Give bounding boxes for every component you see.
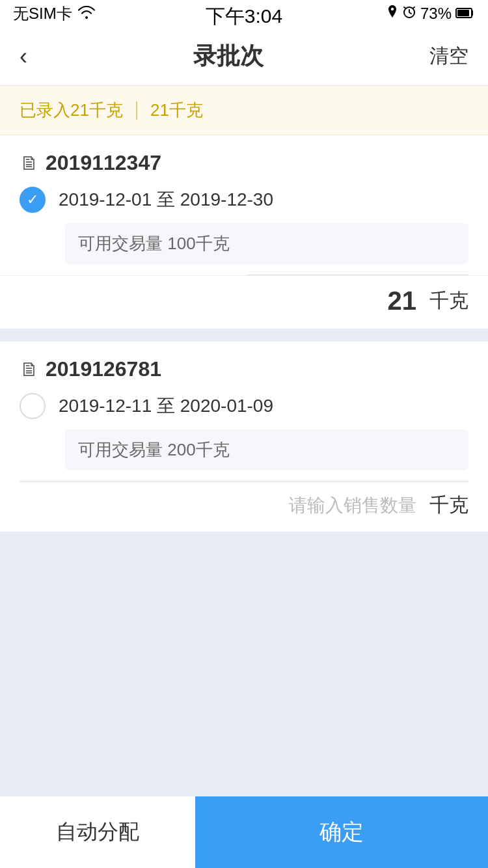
clear-button[interactable]: 清空 [429, 43, 468, 70]
confirm-button[interactable]: 确定 [195, 796, 488, 868]
info-value: 21千克 [150, 99, 203, 122]
batch-id-1: 2019112347 [46, 151, 161, 175]
info-bar: 已录入21千克 21千克 [0, 86, 488, 135]
batch-date-1: 2019-12-01 至 2019-12-30 [59, 187, 273, 212]
batch-available-qty-2: 可用交易量 200千克 [65, 429, 468, 470]
batch-available-qty-1: 可用交易量 100千克 [65, 223, 468, 264]
wifi-icon [77, 5, 96, 23]
qty-placeholder-text-2[interactable]: 请输入销售数量 [289, 493, 416, 518]
qty-input-row-1: 21 千克 [0, 275, 488, 329]
doc-icon-2: 🗎 [20, 359, 39, 381]
radio-2[interactable] [20, 393, 46, 419]
page-title: 录批次 [193, 40, 264, 72]
status-time: 下午3:04 [206, 3, 282, 30]
batch-date-row-2[interactable]: 2019-12-11 至 2020-01-09 [0, 388, 488, 424]
batch-id-2: 2019126781 [46, 357, 161, 381]
info-recorded-label: 已录入21千克 [20, 99, 123, 122]
qty-value-1[interactable]: 21 [388, 286, 417, 316]
batch-date-row-1[interactable]: ✓ 2019-12-01 至 2019-12-30 [0, 182, 488, 218]
qty-placeholder-row-2: 请输入销售数量 千克 [0, 481, 488, 532]
status-left: 无SIM卡 [13, 3, 96, 24]
qty-unit-1: 千克 [429, 288, 468, 314]
bottom-bar: 自动分配 确定 [0, 796, 488, 868]
back-button[interactable]: ‹ [20, 43, 27, 70]
auto-distribute-button[interactable]: 自动分配 [0, 796, 195, 868]
radio-1[interactable]: ✓ [20, 187, 46, 213]
doc-icon-1: 🗎 [20, 152, 39, 174]
battery-percent: 73% [420, 5, 452, 23]
nav-bar: ‹ 录批次 清空 [0, 27, 488, 86]
batch-date-2: 2019-12-11 至 2020-01-09 [59, 394, 273, 418]
alarm-icon [402, 5, 416, 23]
battery-icon [455, 5, 475, 23]
check-icon-1: ✓ [27, 191, 38, 208]
batch-card-2: 🗎 2019126781 2019-12-11 至 2020-01-09 可用交… [0, 342, 488, 532]
card-separator [0, 329, 488, 342]
sim-text: 无SIM卡 [13, 3, 72, 24]
batch-card-1: 🗎 2019112347 ✓ 2019-12-01 至 2019-12-30 可… [0, 135, 488, 329]
batch-header-2: 🗎 2019126781 [0, 342, 488, 388]
qty-unit-2: 千克 [429, 492, 468, 519]
location-icon [386, 5, 398, 23]
batch-header-1: 🗎 2019112347 [0, 135, 488, 182]
status-bar: 无SIM卡 下午3:04 73% [0, 0, 488, 27]
empty-area [0, 532, 488, 805]
status-right: 73% [386, 5, 475, 23]
svg-rect-3 [457, 10, 469, 16]
svg-point-0 [391, 8, 394, 10]
info-divider [136, 102, 137, 120]
